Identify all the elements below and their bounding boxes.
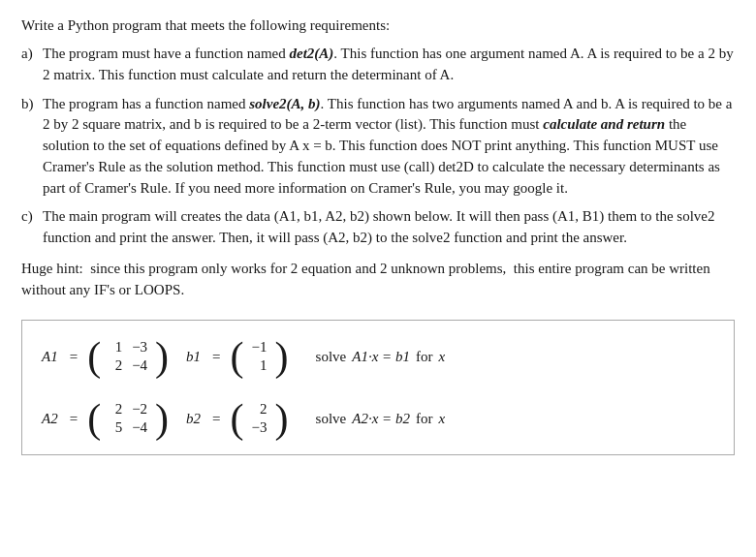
hint-block: Huge hint: since this program only works… — [21, 259, 735, 301]
solve2-func: solve2(A, b) — [249, 96, 320, 111]
solve-part-1: solve A1·x = b1 for x — [316, 349, 446, 365]
section-a: a) The program must have a function name… — [21, 44, 735, 86]
section-c-content: The main program will creates the data (… — [43, 206, 735, 249]
det2a-func: det2(A) — [290, 46, 334, 61]
b2-label: b2 — [186, 411, 201, 427]
b1-expr: b1 = ( −1 1 ) — [186, 336, 288, 377]
math-area: A1 = ( 1 −3 2 −4 ) b1 = ( −1 1 — [21, 320, 735, 455]
hint-text: Huge hint: since this program only works… — [21, 261, 710, 297]
math-row-2: A2 = ( 2 −2 5 −4 ) b2 = ( 2 −3 — [42, 398, 714, 439]
math-row-1: A1 = ( 1 −3 2 −4 ) b1 = ( −1 1 — [42, 336, 714, 377]
section-a-label: a) — [21, 44, 43, 86]
b2-expr: b2 = ( 2 −3 ) — [186, 398, 288, 439]
a1-label: A1 — [42, 349, 58, 365]
b1-matrix: ( −1 1 ) — [231, 336, 289, 377]
calc-return-emphasis: calculate and return — [543, 116, 665, 132]
a1-expr: A1 = ( 1 −3 2 −4 ) — [42, 336, 169, 377]
b2-matrix: ( 2 −3 ) — [231, 398, 289, 439]
a2-label: A2 — [42, 411, 58, 427]
section-c-label: c) — [21, 206, 43, 249]
a2-expr: A2 = ( 2 −2 5 −4 ) — [42, 398, 169, 439]
a2-matrix: ( 2 −2 5 −4 ) — [87, 398, 169, 439]
section-b: b) The program has a function named solv… — [21, 94, 735, 200]
section-b-content: The program has a function named solve2(… — [43, 94, 735, 200]
page-title: Write a Python program that meets the fo… — [21, 17, 735, 34]
solve-part-2: solve A2·x = b2 for x — [316, 411, 446, 427]
a1-matrix: ( 1 −3 2 −4 ) — [87, 336, 169, 377]
section-c: c) The main program will creates the dat… — [21, 206, 735, 249]
b1-label: b1 — [186, 349, 201, 365]
section-a-content: The program must have a function named d… — [43, 44, 735, 86]
section-b-label: b) — [21, 94, 43, 200]
